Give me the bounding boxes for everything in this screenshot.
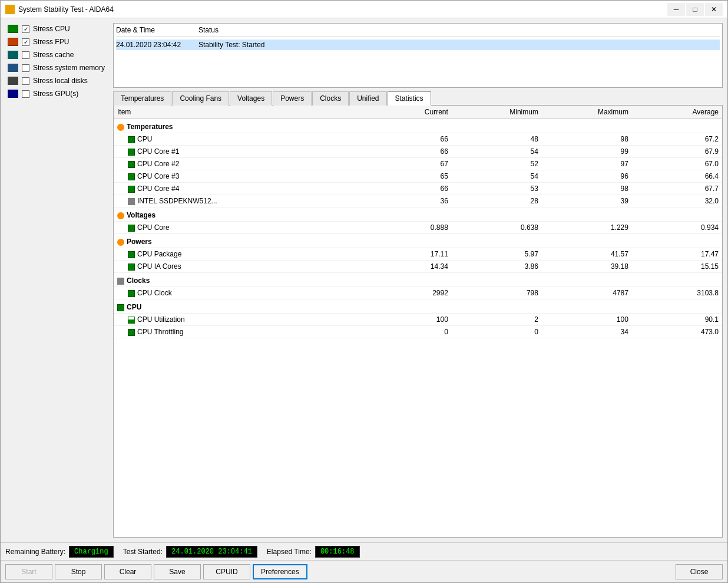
tab-powers[interactable]: Powers xyxy=(273,91,312,106)
row-minimum: 52 xyxy=(452,158,542,170)
group-label: Clocks xyxy=(114,273,722,287)
row-average: 0.934 xyxy=(632,222,722,234)
content-area: Stress CPU Stress FPU Stress cache Stres… xyxy=(1,18,727,542)
stress-cache-label: Stress cache xyxy=(33,51,74,59)
stress-memory-checkbox[interactable] xyxy=(22,64,29,72)
row-average: 67.7 xyxy=(632,183,722,195)
elapsed-value: 00:16:48 xyxy=(315,546,360,558)
stress-memory-label: Stress system memory xyxy=(33,64,105,72)
row-current: 14.34 xyxy=(362,261,452,273)
table-row[interactable]: CPU Utilization100210090.1 xyxy=(114,314,722,326)
table-row[interactable]: CPU66489867.2 xyxy=(114,133,722,146)
stress-fpu-icon xyxy=(8,38,18,46)
row-current: 67 xyxy=(362,158,452,170)
stress-memory-item[interactable]: Stress system memory xyxy=(5,62,108,74)
table-row[interactable]: Temperatures xyxy=(114,119,722,133)
row-current: 66 xyxy=(362,183,452,195)
table-row[interactable]: Powers xyxy=(114,234,722,248)
table-row[interactable]: CPU Core #267529767.0 xyxy=(114,158,722,170)
table-row[interactable]: CPU Core #166549967.9 xyxy=(114,146,722,158)
row-current: 0.888 xyxy=(362,222,452,234)
stress-cpu-item[interactable]: Stress CPU xyxy=(5,23,108,35)
row-current: 66 xyxy=(362,133,452,146)
tab-bar: Temperatures Cooling Fans Voltages Power… xyxy=(113,91,723,106)
window-title: System Stability Test - AIDA64 xyxy=(18,5,114,14)
tab-voltages[interactable]: Voltages xyxy=(230,91,272,106)
statistics-table-area[interactable]: Item Current Minimum Maximum Average Tem… xyxy=(113,106,723,538)
maximize-button[interactable]: □ xyxy=(686,3,704,16)
col-minimum: Minimum xyxy=(452,106,542,119)
row-maximum: 97 xyxy=(542,158,632,170)
elapsed-label: Elapsed Time: xyxy=(267,548,312,556)
log-datetime: 24.01.2020 23:04:42 xyxy=(116,41,198,49)
log-date-header: Date & Time xyxy=(116,26,198,34)
group-label: Temperatures xyxy=(114,119,722,133)
row-maximum: 99 xyxy=(542,146,632,158)
col-maximum: Maximum xyxy=(542,106,632,119)
table-row[interactable]: INTEL SSDPEKNW512...36283932.0 xyxy=(114,195,722,207)
stress-disks-item[interactable]: Stress local disks xyxy=(5,75,108,87)
tab-unified[interactable]: Unified xyxy=(349,91,386,106)
table-row[interactable]: Clocks xyxy=(114,273,722,287)
right-panel: Date & Time Status 24.01.2020 23:04:42 S… xyxy=(113,23,723,538)
minimize-button[interactable]: ─ xyxy=(667,3,685,16)
stop-button[interactable]: Stop xyxy=(55,564,102,579)
start-button[interactable]: Start xyxy=(5,564,52,579)
tab-statistics[interactable]: Statistics xyxy=(388,91,431,106)
save-button[interactable]: Save xyxy=(154,564,201,579)
row-current: 2992 xyxy=(362,287,452,299)
close-window-button[interactable]: ✕ xyxy=(705,3,723,16)
stress-cache-checkbox[interactable] xyxy=(22,51,29,59)
tab-clocks[interactable]: Clocks xyxy=(312,91,349,106)
cpuid-button[interactable]: CPUID xyxy=(203,564,250,579)
row-minimum: 54 xyxy=(452,170,542,183)
stress-gpus-item[interactable]: Stress GPU(s) xyxy=(5,88,108,100)
table-row[interactable]: Voltages xyxy=(114,207,722,222)
row-item-label: CPU Core xyxy=(114,222,362,234)
close-button[interactable]: Close xyxy=(676,564,723,579)
table-row[interactable]: CPU Core #365549666.4 xyxy=(114,170,722,183)
row-maximum: 1.229 xyxy=(542,222,632,234)
stress-fpu-label: Stress FPU xyxy=(33,38,69,46)
row-item-label: INTEL SSDPEKNW512... xyxy=(114,195,362,207)
table-row[interactable]: CPU IA Cores14.343.8639.1815.15 xyxy=(114,261,722,273)
stress-disks-checkbox[interactable] xyxy=(22,77,29,85)
stress-cpu-icon xyxy=(8,25,18,33)
group-label: Powers xyxy=(114,234,722,248)
table-row[interactable]: CPU Core #466539867.7 xyxy=(114,183,722,195)
test-started-value: 24.01.2020 23:04:41 xyxy=(166,546,257,558)
stress-cpu-checkbox[interactable] xyxy=(22,25,29,33)
row-maximum: 4787 xyxy=(542,287,632,299)
title-bar-left: System Stability Test - AIDA64 xyxy=(5,5,114,14)
bottom-bar: Start Stop Clear Save CPUID Preferences … xyxy=(1,560,727,582)
table-row[interactable]: CPU Clock299279847873103.8 xyxy=(114,287,722,299)
row-maximum: 98 xyxy=(542,183,632,195)
stress-fpu-checkbox[interactable] xyxy=(22,38,29,46)
row-item-label: CPU Clock xyxy=(114,287,362,299)
stress-gpus-checkbox[interactable] xyxy=(22,90,29,98)
table-row[interactable]: CPU Core0.8880.6381.2290.934 xyxy=(114,222,722,234)
row-average: 67.9 xyxy=(632,146,722,158)
row-current: 66 xyxy=(362,146,452,158)
stress-disks-icon xyxy=(8,77,18,85)
log-box[interactable]: Date & Time Status 24.01.2020 23:04:42 S… xyxy=(113,23,723,88)
preferences-button[interactable]: Preferences xyxy=(253,564,307,579)
row-minimum: 28 xyxy=(452,195,542,207)
log-row[interactable]: 24.01.2020 23:04:42 Stability Test: Star… xyxy=(116,39,720,50)
title-controls: ─ □ ✕ xyxy=(667,3,723,16)
row-maximum: 34 xyxy=(542,326,632,338)
row-average: 17.47 xyxy=(632,248,722,261)
table-row[interactable]: CPU xyxy=(114,299,722,314)
table-row[interactable]: CPU Throttling0034473.0 xyxy=(114,326,722,338)
battery-label: Remaining Battery: xyxy=(5,548,65,556)
tab-cooling-fans[interactable]: Cooling Fans xyxy=(172,91,229,106)
stress-fpu-item[interactable]: Stress FPU xyxy=(5,36,108,48)
title-bar: System Stability Test - AIDA64 ─ □ ✕ xyxy=(1,1,727,18)
group-label: CPU xyxy=(114,299,722,314)
table-row[interactable]: CPU Package17.115.9741.5717.47 xyxy=(114,248,722,261)
clear-button[interactable]: Clear xyxy=(104,564,151,579)
tab-temperatures[interactable]: Temperatures xyxy=(113,91,171,106)
row-average: 67.2 xyxy=(632,133,722,146)
stress-cache-item[interactable]: Stress cache xyxy=(5,49,108,61)
row-item-label: CPU IA Cores xyxy=(114,261,362,273)
